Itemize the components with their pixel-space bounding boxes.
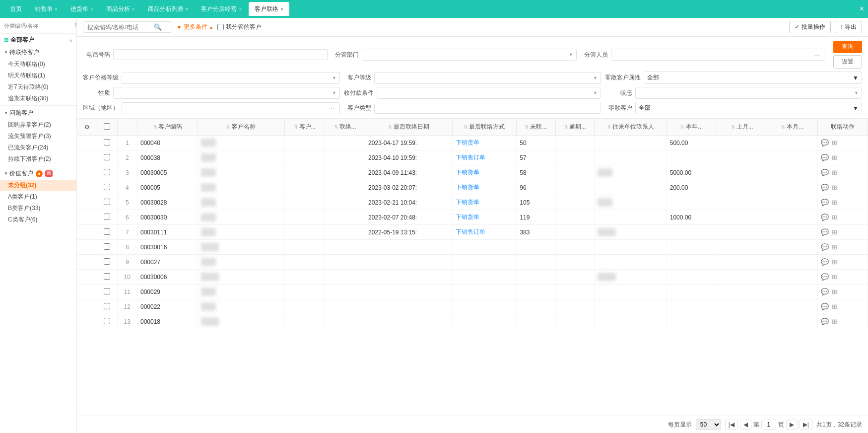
per-page-select[interactable]: 50 100 200 xyxy=(696,419,721,430)
row-contact-method-link[interactable]: 下销货单 xyxy=(456,139,479,146)
retail-customer-select[interactable]: 全部 ▼ xyxy=(635,102,862,114)
tab-customer-segment-close[interactable]: × xyxy=(239,6,242,12)
row-grid-icon[interactable]: ⊞ xyxy=(832,228,837,236)
tab-product-analysis[interactable]: 商品分析 × xyxy=(100,2,141,16)
row-grid-icon[interactable]: ⊞ xyxy=(832,199,837,206)
th-check[interactable] xyxy=(97,119,118,136)
row-chat-icon[interactable]: 💬 xyxy=(821,258,829,266)
search-input[interactable] xyxy=(87,24,152,31)
next-page-button[interactable]: ▶ xyxy=(786,420,798,430)
phone-input[interactable] xyxy=(113,49,328,60)
row-grid-icon[interactable]: ⊞ xyxy=(832,139,837,146)
th-contact[interactable]: ⇅联络... xyxy=(325,119,365,136)
row-grid-icon[interactable]: ⊞ xyxy=(832,273,837,281)
sidebar-item-overdue[interactable]: 逾期未联络(30) xyxy=(0,93,76,104)
export-button[interactable]: ↑ 导出 xyxy=(835,21,862,33)
status-select[interactable]: ▼ xyxy=(635,87,862,99)
th-code[interactable]: ⇅客户编码 xyxy=(137,119,198,136)
row-grid-icon[interactable]: ⊞ xyxy=(832,258,837,266)
manager-select[interactable]: ··· xyxy=(611,49,825,61)
sidebar-item-tomorrow-pending[interactable]: 明天待联络(1) xyxy=(0,70,76,81)
retail-attr-select[interactable]: 全部 ▼ xyxy=(644,72,862,84)
row-checkbox[interactable] xyxy=(104,288,110,294)
row-checkbox[interactable] xyxy=(104,199,110,205)
prev-page-button[interactable]: ◀ xyxy=(740,420,751,430)
sidebar-item-declining[interactable]: 持续下滑客户(2) xyxy=(0,153,76,165)
th-last-contact-method[interactable]: ⇅最后联络方式 xyxy=(452,119,517,136)
first-page-button[interactable]: |◀ xyxy=(725,420,738,430)
my-customers-checkbox[interactable]: 我分管的客户 xyxy=(217,23,262,31)
dept-select[interactable]: ▼ xyxy=(362,49,576,61)
row-checkbox[interactable] xyxy=(104,318,110,324)
row-checkbox[interactable] xyxy=(104,154,110,160)
row-chat-icon[interactable]: 💬 xyxy=(821,228,829,236)
sidebar-item-abnormal[interactable]: 回购异常客户(2) xyxy=(0,119,76,131)
sidebar-group-pending[interactable]: ▼ 待联络客户 xyxy=(0,46,76,59)
tab-purchase-close[interactable]: × xyxy=(90,6,93,12)
row-checkbox[interactable] xyxy=(104,139,110,145)
sidebar-collapse-icon[interactable]: « xyxy=(69,37,72,43)
sidebar-item-type-c[interactable]: C类客户(6) xyxy=(0,214,76,225)
nature-select[interactable]: ▼ xyxy=(113,87,340,99)
row-checkbox[interactable] xyxy=(104,228,110,235)
row-grid-icon[interactable]: ⊞ xyxy=(832,288,837,295)
row-checkbox[interactable] xyxy=(104,169,110,175)
region-select[interactable]: ··· xyxy=(122,102,340,114)
customer-level-select[interactable]: ▼ xyxy=(374,72,601,84)
row-contact-method-link[interactable]: 下销售订单 xyxy=(456,154,485,161)
row-grid-icon[interactable]: ⊞ xyxy=(832,184,837,191)
tab-product-analysis-close[interactable]: × xyxy=(132,6,135,12)
row-checkbox[interactable] xyxy=(104,214,110,220)
select-all-checkbox[interactable] xyxy=(104,123,110,130)
row-chat-icon[interactable]: 💬 xyxy=(821,139,829,146)
th-this-month[interactable]: ⇅本月... xyxy=(767,119,817,136)
row-grid-icon[interactable]: ⊞ xyxy=(832,154,837,161)
row-checkbox[interactable] xyxy=(104,303,110,309)
row-chat-icon[interactable]: 💬 xyxy=(821,184,829,191)
sidebar-item-type-b[interactable]: B类客户(33) xyxy=(0,203,76,214)
row-checkbox[interactable] xyxy=(104,184,110,190)
tab-customer-segment[interactable]: 客户分层经营 × xyxy=(195,2,248,16)
tab-home[interactable]: 首页 xyxy=(4,2,28,16)
row-checkbox[interactable] xyxy=(104,243,110,250)
tab-sales-close[interactable]: × xyxy=(55,6,58,12)
search-icon[interactable]: 🔍 xyxy=(154,23,162,31)
region-dots-button[interactable]: ··· xyxy=(327,104,336,112)
tab-purchase[interactable]: 进货单 × xyxy=(65,2,99,16)
row-checkbox[interactable] xyxy=(104,273,110,280)
sidebar-item-churned[interactable]: 已流失客户(24) xyxy=(0,142,76,153)
row-chat-icon[interactable]: 💬 xyxy=(821,199,829,206)
row-chat-icon[interactable]: 💬 xyxy=(821,214,829,221)
row-checkbox[interactable] xyxy=(104,258,110,265)
sidebar-search-input[interactable] xyxy=(4,23,72,29)
row-grid-icon[interactable]: ⊞ xyxy=(832,303,837,310)
row-contact-method-link[interactable]: 下销售订单 xyxy=(456,228,485,235)
sidebar-item-churn-warning[interactable]: 流失预警客户(3) xyxy=(0,131,76,142)
tab-product-analysis-list[interactable]: 商品分析列表 × xyxy=(142,2,195,16)
more-filters-button[interactable]: ▼ 更多条件 ▲ xyxy=(176,23,213,31)
row-contact-method-link[interactable]: 下销货单 xyxy=(456,199,479,206)
row-grid-icon[interactable]: ⊞ xyxy=(832,243,837,251)
row-chat-icon[interactable]: 💬 xyxy=(821,243,829,251)
payment-select[interactable]: ▼ xyxy=(377,87,601,99)
row-grid-icon[interactable]: ⊞ xyxy=(832,214,837,221)
row-chat-icon[interactable]: 💬 xyxy=(821,154,829,161)
tab-customer-contact[interactable]: 客户联络 × xyxy=(249,2,289,16)
my-customers-check[interactable] xyxy=(217,24,224,30)
batch-operation-button[interactable]: ✓ 批量操作 xyxy=(789,21,830,33)
sidebar-all-customers[interactable]: ⊞ 全部客户 « xyxy=(0,34,76,46)
th-overdue[interactable]: ⇅逾期... xyxy=(555,119,594,136)
reset-button[interactable]: 设置 xyxy=(833,55,862,69)
tab-customer-contact-close[interactable]: × xyxy=(280,6,283,12)
th-name[interactable]: ⇅客户名称 xyxy=(198,119,285,136)
price-level-select[interactable]: ▼ xyxy=(122,72,340,84)
manager-dots-button[interactable]: ··· xyxy=(812,51,822,59)
row-chat-icon[interactable]: 💬 xyxy=(821,318,829,325)
sidebar-item-today-pending[interactable]: 今天待联络(0) xyxy=(0,59,76,70)
row-chat-icon[interactable]: 💬 xyxy=(821,169,829,176)
th-this-year[interactable]: ⇅本年... xyxy=(667,119,717,136)
row-grid-icon[interactable]: ⊞ xyxy=(832,318,837,325)
th-last-contact-date[interactable]: ⇅最后联络日期 xyxy=(365,119,453,136)
last-page-button[interactable]: ▶| xyxy=(800,420,812,430)
sidebar-group-problem[interactable]: ▼ 问题客户 xyxy=(0,107,76,119)
